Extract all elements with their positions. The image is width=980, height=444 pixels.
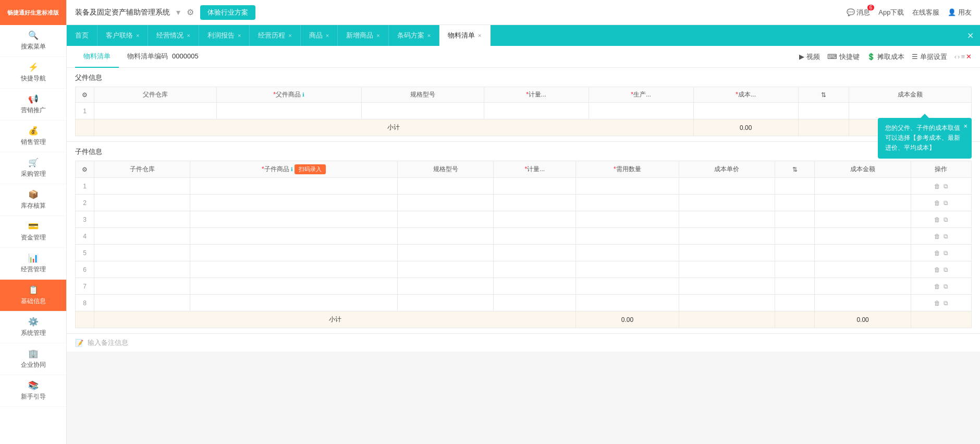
nav-tab-home[interactable]: 首页 — [67, 25, 97, 46]
nav-tab-history[interactable]: 经营历程× — [250, 25, 300, 46]
child-row-4-spec[interactable] — [398, 228, 494, 245]
parent-col-gear[interactable]: ⚙ — [76, 87, 94, 103]
trial-btn[interactable]: 体验行业方案 — [200, 5, 255, 20]
cost-action[interactable]: 💲 摊取成本 — [867, 52, 904, 62]
child-row-8-delete-icon[interactable]: 🗑 — [934, 299, 940, 307]
shortcut-action[interactable]: ⌨ 快捷键 — [827, 52, 860, 62]
nav-tab-goods[interactable]: 商品× — [301, 25, 338, 46]
child-row-3-spec[interactable] — [398, 211, 494, 228]
user-avatar[interactable]: 👤 用友 — [948, 8, 972, 17]
close-all-tabs-btn[interactable]: ✕ — [961, 31, 980, 41]
child-row-6-spec[interactable] — [398, 261, 494, 278]
child-row-3-copy-icon[interactable]: ⧉ — [944, 216, 948, 223]
scan-btn[interactable]: 扫码录入 — [295, 164, 326, 174]
parent-row-1-spec[interactable] — [361, 103, 484, 119]
child-row-5-unit[interactable] — [494, 245, 576, 261]
child-row-2-warehouse[interactable] — [94, 195, 190, 211]
prev-page-btn[interactable]: ‹ — [954, 53, 957, 61]
child-row-3-delete-icon[interactable]: 🗑 — [934, 216, 940, 223]
sub-tab-bom-code[interactable]: 物料清单编码 0000005 — [119, 46, 207, 68]
sidebar-item-sales[interactable]: 💰销售管理 — [0, 121, 66, 152]
child-row-2-qty[interactable] — [576, 195, 679, 211]
parent-row-1-production[interactable] — [589, 103, 693, 119]
sidebar-item-inventory[interactable]: 📦库存核算 — [0, 184, 66, 216]
nav-tab-close-new-goods[interactable]: × — [376, 32, 379, 39]
child-row-7-unit-cost[interactable] — [679, 278, 775, 295]
child-row-8-product[interactable] — [190, 295, 398, 311]
child-row-1-qty[interactable] — [576, 178, 679, 195]
child-row-4-product[interactable] — [190, 228, 398, 245]
nav-tab-close-customer[interactable]: × — [136, 32, 139, 39]
child-row-8-warehouse[interactable] — [94, 295, 190, 311]
child-row-6-delete-icon[interactable]: 🗑 — [934, 266, 940, 273]
sidebar-item-finance[interactable]: 💳资金管理 — [0, 216, 66, 248]
nav-tab-profit[interactable]: 利润报告× — [199, 25, 250, 46]
child-row-5-spec[interactable] — [398, 245, 494, 261]
message-badge[interactable]: 💬 消息 6 — [847, 8, 871, 17]
child-row-8-spec[interactable] — [398, 295, 494, 311]
child-row-1-unit[interactable] — [494, 178, 576, 195]
child-row-3-product[interactable] — [190, 211, 398, 228]
child-row-8-unit[interactable] — [494, 295, 576, 311]
child-row-2-product[interactable] — [190, 195, 398, 211]
sidebar-item-enterprise[interactable]: 🏢企业协同 — [0, 343, 66, 375]
child-row-1-copy-icon[interactable]: ⧉ — [944, 183, 948, 190]
nav-tab-close-barcode[interactable]: × — [427, 32, 431, 39]
child-row-4-warehouse[interactable] — [94, 228, 190, 245]
child-col-gear[interactable]: ⚙ — [76, 161, 94, 178]
sidebar-item-base-info[interactable]: 📋基础信息 — [0, 280, 66, 311]
nav-tab-customer[interactable]: 客户联络× — [97, 25, 148, 46]
app-download-link[interactable]: App下载 — [878, 8, 904, 17]
nav-tab-operations[interactable]: 经营情况× — [148, 25, 199, 46]
child-row-2-spec[interactable] — [398, 195, 494, 211]
nav-tab-bom[interactable]: 物料清单× — [439, 25, 490, 46]
child-row-2-unit-cost[interactable] — [679, 195, 775, 211]
menu-icon[interactable]: ≡ — [961, 53, 965, 61]
sidebar-item-search[interactable]: 🔍搜索菜单 — [0, 25, 66, 57]
online-service-link[interactable]: 在线客服 — [912, 8, 939, 17]
child-row-2-delete-icon[interactable]: 🗑 — [934, 199, 940, 207]
sidebar-item-sys-mgmt[interactable]: ⚙️系统管理 — [0, 311, 66, 343]
nav-tab-close-history[interactable]: × — [288, 32, 291, 39]
child-row-6-unit-cost[interactable] — [679, 261, 775, 278]
child-row-2-copy-icon[interactable]: ⧉ — [944, 199, 948, 207]
child-row-7-product[interactable] — [190, 278, 398, 295]
child-row-7-unit[interactable] — [494, 278, 576, 295]
parent-row-1-unit[interactable] — [484, 103, 589, 119]
child-row-4-delete-icon[interactable]: 🗑 — [934, 233, 940, 240]
child-row-4-qty[interactable] — [576, 228, 679, 245]
nav-tab-close-bom[interactable]: × — [478, 32, 481, 39]
child-row-6-warehouse[interactable] — [94, 261, 190, 278]
nav-tab-new-goods[interactable]: 新增商品× — [338, 25, 388, 46]
child-row-1-delete-icon[interactable]: 🗑 — [934, 183, 940, 190]
child-row-3-unit-cost[interactable] — [679, 211, 775, 228]
child-row-7-spec[interactable] — [398, 278, 494, 295]
child-row-6-unit[interactable] — [494, 261, 576, 278]
child-row-1-unit-cost[interactable] — [679, 178, 775, 195]
child-row-5-warehouse[interactable] — [94, 245, 190, 261]
sidebar-item-quick-nav[interactable]: ⚡快捷导航 — [0, 57, 66, 89]
sidebar-item-purchase[interactable]: 🛒采购管理 — [0, 152, 66, 184]
child-row-5-delete-icon[interactable]: 🗑 — [934, 249, 940, 257]
sidebar-item-operations[interactable]: 📊经营管理 — [0, 248, 66, 280]
next-page-btn[interactable]: › — [958, 53, 960, 61]
sidebar-item-new-guide[interactable]: 📚新手引导 — [0, 375, 66, 407]
sidebar-item-marketing[interactable]: 📢营销推广 — [0, 89, 66, 121]
child-row-5-product[interactable] — [190, 245, 398, 261]
nav-tab-close-profit[interactable]: × — [238, 32, 241, 39]
child-row-1-product[interactable] — [190, 178, 398, 195]
nav-tab-close-operations[interactable]: × — [187, 32, 190, 39]
child-row-8-unit-cost[interactable] — [679, 295, 775, 311]
child-row-1-warehouse[interactable] — [94, 178, 190, 195]
settings-icon[interactable]: ⚙ — [187, 7, 194, 17]
nav-tab-barcode[interactable]: 条码方案× — [389, 25, 439, 46]
video-action[interactable]: ▶ 视频 — [799, 52, 820, 62]
child-row-4-copy-icon[interactable]: ⧉ — [944, 233, 948, 240]
child-row-3-warehouse[interactable] — [94, 211, 190, 228]
close-tab-btn[interactable]: ✕ — [966, 53, 972, 61]
tooltip-close-btn[interactable]: × — [963, 121, 967, 132]
child-row-5-unit-cost[interactable] — [679, 245, 775, 261]
child-row-8-copy-icon[interactable]: ⧉ — [944, 299, 948, 307]
child-row-3-unit[interactable] — [494, 211, 576, 228]
child-row-6-copy-icon[interactable]: ⧉ — [944, 266, 948, 273]
